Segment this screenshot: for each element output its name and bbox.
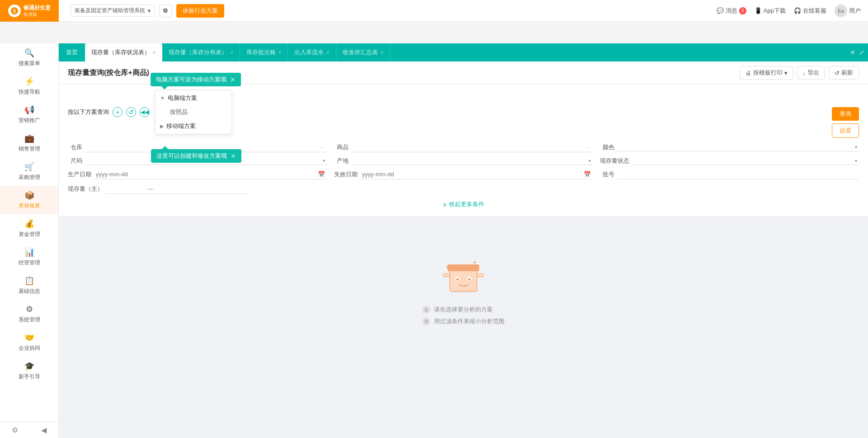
prod-date-input[interactable] [96,171,316,178]
prod-date-calendar-icon[interactable]: 📅 [318,171,325,178]
trial-button[interactable]: 体验行业方案 [176,4,224,18]
mobile-scheme-item[interactable]: ▶ 移动端方案 [156,118,231,134]
product-label: 商品 [334,143,349,151]
svg-text:✦: ✦ [445,265,449,270]
sidebar-collapse-btn[interactable]: ◀ [41,426,47,434]
query-button[interactable]: 查询 [832,107,859,121]
user-label: 用户 [849,7,861,15]
user-button[interactable]: Ea 用户 [835,5,861,17]
set-button[interactable]: 设置 [832,123,859,138]
tab-stock-dist[interactable]: 现存量（库存分布表） × [162,43,240,61]
step-2-num: ② [422,317,430,325]
filter-refresh-button[interactable]: ↺ [126,107,136,117]
sidebar-item-guide[interactable]: 🎓 新手引导 [0,357,58,385]
briefcase-icon: 💼 [24,133,34,143]
pc-scheme-item[interactable]: ▼ 电脑端方案 [156,90,231,106]
tab-batch-account[interactable]: 库存批次账 × [240,43,288,61]
tab-receive-summary[interactable]: 收发存汇总表 × [336,43,390,61]
sidebar-item-purchase[interactable]: 🛒 采购管理 [0,157,58,186]
print-chevron: ▾ [784,70,788,76]
svg-rect-8 [443,273,450,277]
phone-icon: 📱 [755,7,762,14]
scheme-sub-item[interactable]: 按照品 [166,106,231,118]
export-label: 导出 [807,69,819,77]
step-2-text: 用过滤条件来缩小分析范围 [434,317,505,325]
origin-dropdown[interactable]: ▾ [589,158,591,163]
mobile-scheme-label: 移动端方案 [166,122,196,130]
system-selector[interactable]: 装备及固定资产辅助管理系统 ▾ [71,5,155,17]
sidebar-item-system[interactable]: ⚙ 系统管理 [0,300,58,328]
sidebar-label-inventory: 库存核算 [19,202,40,210]
sidebar-item-enterprise[interactable]: 🤝 企业协同 [0,328,58,357]
sidebar-item-finance[interactable]: 💰 资金管理 [0,214,58,243]
sidebar-label-sales: 销售管理 [19,145,40,153]
message-badge: 6 [739,7,746,14]
tab-stock-dist-label: 现存量（库存分布表） [169,48,227,57]
empty-step-1: ① 请先选择要分析的方案 [422,306,505,314]
settings-button[interactable]: ⚙ [159,5,172,17]
sidebar-item-marketing[interactable]: 📢 营销推广 [0,100,58,129]
add-tooltip-close[interactable]: ✕ [230,76,236,83]
size-label: 尺码 [68,157,82,165]
stock-range-from[interactable] [108,185,144,192]
expiry-date-calendar-icon[interactable]: 📅 [584,171,591,178]
collapse-button[interactable]: ∧ 收起更多条件 [443,200,484,208]
tab-stock-status-close[interactable]: × [153,50,156,55]
app-download-button[interactable]: 📱 App下载 [755,7,786,15]
collapse-label: 收起更多条件 [449,200,484,208]
empty-step-2: ② 用过滤条件来缩小分析范围 [422,317,505,325]
pc-scheme-label: 电脑端方案 [168,94,197,102]
print-button[interactable]: 🖨 按模板打印 ▾ [740,66,793,80]
print-label: 按模板打印 [753,69,783,77]
filter-add-button[interactable]: + [113,107,123,117]
prod-date-label: 生产日期 [68,170,91,179]
sidebar-item-sales[interactable]: 💼 销售管理 [0,129,58,157]
message-icon: 💬 [717,7,724,14]
tab-close-all-btn[interactable]: ✕ [850,49,855,56]
tab-fullscreen-btn[interactable]: ⤢ [859,49,864,56]
svg-rect-2 [450,269,477,292]
online-service-button[interactable]: 🎧 在线客服 [794,7,826,15]
warehouse-dots[interactable]: ··· [320,144,325,151]
tab-flow-close[interactable]: × [326,50,329,55]
step-1-num: ① [422,306,430,314]
tab-batch-close[interactable]: × [278,50,281,55]
sidebar-label-enterprise: 企业协同 [19,344,40,352]
sidebar-label-finance: 资金管理 [19,231,40,238]
search-icon: 🔍 [24,48,34,58]
sidebar-item-inventory[interactable]: 📦 库存核算 [0,186,58,214]
export-button[interactable]: ↓ 导出 [797,66,826,80]
sidebar-item-basic-info[interactable]: 📋 基础信息 [0,271,58,300]
product-dots[interactable]: ··· [586,144,591,151]
stock-range-label: 现存量（主） [68,185,103,193]
stock-status-dropdown[interactable]: ▾ [855,158,857,163]
tab-receive-close[interactable]: × [381,50,383,55]
tab-home[interactable]: 首页 [59,43,85,61]
chart-icon: 📊 [24,247,34,257]
system-title: 装备及固定资产辅助管理系统 [75,7,145,14]
sidebar-item-operations[interactable]: 📊 经营管理 [0,243,58,271]
tab-batch-label: 库存批次账 [246,48,276,57]
filter-prev-button[interactable]: ◀◀ [140,107,150,117]
refresh-button[interactable]: ↺ 刷新 [829,66,859,80]
refresh-icon: ↺ [835,70,840,76]
sidebar-item-quick-nav[interactable]: ⚡ 快捷导航 [0,72,58,100]
expiry-date-input[interactable] [362,171,582,178]
sidebar-settings-btn[interactable]: ⚙ [12,426,18,434]
sidebar-label-guide: 新手引导 [19,373,40,381]
megaphone-icon: 📢 [24,105,34,115]
message-button[interactable]: 💬 消息 6 [717,7,746,15]
sidebar-item-search-menu[interactable]: 🔍 搜索菜单 [0,43,58,72]
tab-stock-status[interactable]: 现存量（库存状况表） × [85,43,162,61]
scheme-tooltip-close[interactable]: ✕ [231,152,236,160]
system-icon: ⚙ [26,304,33,314]
tab-in-out-flow[interactable]: 出入库流水 × [288,43,336,61]
size-dropdown[interactable]: ▾ [323,158,325,163]
sidebar-label-search: 搜索菜单 [19,60,40,67]
sidebar-label-quick: 快捷导航 [19,88,40,96]
sidebar-label-ops: 经营管理 [19,259,40,267]
tab-stock-dist-close[interactable]: × [230,50,233,55]
color-dropdown[interactable]: ▾ [855,145,857,150]
batch-no-input[interactable] [619,171,857,178]
origin-label: 产地 [334,157,349,165]
